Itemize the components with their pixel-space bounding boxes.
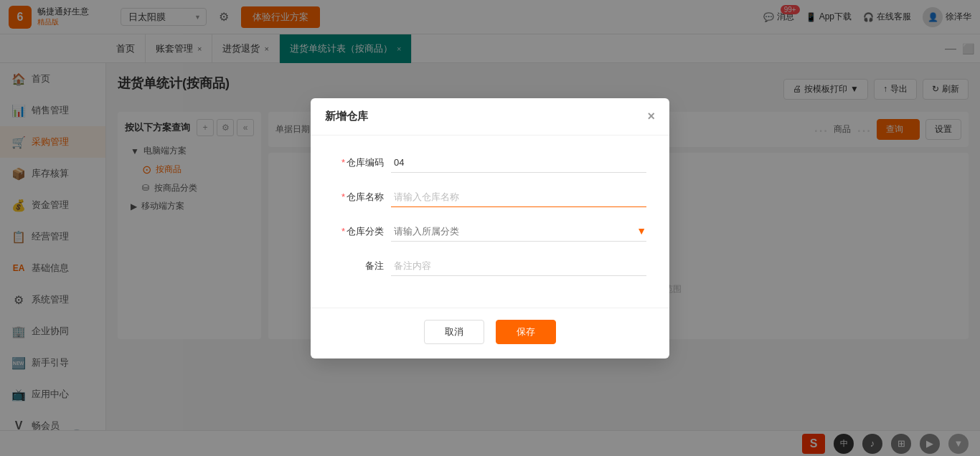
save-button[interactable]: 保存 — [496, 320, 556, 344]
type-dropdown-icon[interactable]: ▼ — [636, 225, 646, 237]
modal-header: 新增仓库 × — [311, 98, 669, 136]
type-label: 仓库分类 — [334, 225, 391, 238]
code-input[interactable] — [391, 153, 646, 173]
add-warehouse-modal: 新增仓库 × 仓库编码 仓库名称 仓库分类 ▼ — [311, 98, 669, 358]
cancel-button[interactable]: 取消 — [424, 320, 484, 344]
modal-body: 仓库编码 仓库名称 仓库分类 ▼ 备注 — [311, 136, 669, 308]
name-input[interactable] — [391, 187, 646, 207]
modal-close-button[interactable]: × — [647, 110, 655, 123]
modal-footer: 取消 保存 — [311, 308, 669, 358]
form-row-type: 仓库分类 ▼ — [334, 222, 646, 242]
modal-title: 新增仓库 — [325, 110, 368, 123]
form-row-code: 仓库编码 — [334, 153, 646, 173]
type-select-wrap[interactable]: ▼ — [391, 222, 646, 242]
note-label: 备注 — [334, 260, 391, 272]
note-input[interactable] — [391, 256, 646, 276]
modal-overlay[interactable]: 新增仓库 × 仓库编码 仓库名称 仓库分类 ▼ — [0, 0, 980, 456]
type-input[interactable] — [391, 222, 636, 241]
form-row-note: 备注 — [334, 256, 646, 276]
code-label: 仓库编码 — [334, 156, 391, 169]
name-label: 仓库名称 — [334, 191, 391, 204]
form-row-name: 仓库名称 — [334, 187, 646, 207]
